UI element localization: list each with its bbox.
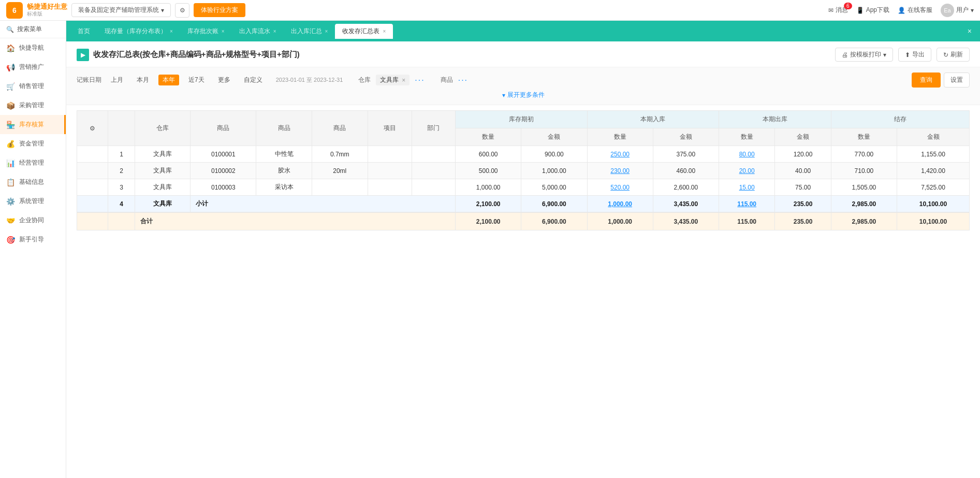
- table-out-group-header: 本期出库: [719, 111, 831, 128]
- sidebar-item-system[interactable]: ⚙️ 系统管理: [0, 192, 66, 211]
- warehouse-more-button[interactable]: ···: [415, 76, 425, 85]
- app-logo: 6: [6, 2, 23, 19]
- sidebar-item-purchase[interactable]: 📦 采购管理: [0, 96, 66, 115]
- sidebar-item-basic[interactable]: 📋 基础信息: [0, 172, 66, 192]
- tab-batch-account-close[interactable]: ×: [222, 28, 225, 34]
- row-out-qty-cell[interactable]: 20.00: [719, 163, 774, 179]
- sidebar-item-quick-nav[interactable]: 🏠 快捷导航: [0, 38, 66, 57]
- tab-in-out-summary[interactable]: 出入库汇总 ×: [284, 24, 335, 39]
- sidebar-item-finance[interactable]: 💰 资金管理: [0, 134, 66, 153]
- page-title: 收发存汇总表(按仓库+商品编码+商品+规格型号+项目+部门): [93, 50, 300, 60]
- tab-inventory-dist-close[interactable]: ×: [170, 28, 173, 34]
- row-end-amount-cell: 7,525.00: [897, 179, 970, 196]
- row-goods-code-cell: 0100002: [191, 163, 256, 179]
- date-this-year-button[interactable]: 本年: [158, 75, 179, 85]
- row-end-amount-cell: 1,155.00: [897, 146, 970, 163]
- row-in-qty-cell[interactable]: 250.00: [587, 146, 653, 163]
- subtotal-open-amount-cell: 6,900.00: [521, 196, 587, 213]
- app-download-button[interactable]: 📱 App下载: [856, 6, 889, 15]
- search-icon: 🔍: [6, 26, 14, 33]
- download-icon: 📱: [856, 7, 864, 14]
- table-open-group-header: 库存期初: [456, 111, 587, 128]
- date-custom-button[interactable]: 自定义: [240, 75, 267, 85]
- user-button[interactable]: Ea 用户 ▾: [941, 4, 974, 17]
- message-button[interactable]: ✉ 消息 6: [828, 6, 848, 15]
- row-in-qty-cell[interactable]: 520.00: [587, 179, 653, 196]
- row-warehouse-cell: 文具库: [135, 146, 191, 163]
- sidebar-item-label: 库存核算: [19, 120, 44, 129]
- date-this-month-button[interactable]: 本月: [133, 75, 153, 85]
- basic-icon: 📋: [6, 178, 15, 186]
- inventory-icon: 🏪: [6, 121, 15, 129]
- total-out-amount-cell: 235.00: [775, 212, 831, 230]
- subtotal-in-qty-cell[interactable]: 1,000.00: [587, 196, 653, 213]
- tab-receive-send-summary[interactable]: 收发存汇总表 ×: [335, 24, 393, 39]
- sidebar-item-inventory[interactable]: 🏪 库存核算: [0, 115, 66, 134]
- user-arrow-icon: ▾: [971, 7, 974, 14]
- refresh-label: 刷新: [950, 50, 963, 59]
- total-open-amount-cell: 6,900.00: [521, 212, 587, 230]
- tab-in-out-flow-close[interactable]: ×: [273, 28, 276, 34]
- expand-toggle-button[interactable]: ▶: [77, 49, 89, 61]
- tab-batch-account[interactable]: 库存批次账 ×: [180, 24, 232, 39]
- table-open-qty-header: 数量: [456, 128, 521, 146]
- row-open-amount-cell: 1,000.00: [521, 163, 587, 179]
- print-icon: 🖨: [842, 51, 848, 59]
- export-button[interactable]: ⬆ 导出: [898, 48, 931, 62]
- tab-bar-close-icon[interactable]: ×: [963, 27, 976, 35]
- experience-button[interactable]: 体验行业方案: [194, 3, 245, 17]
- row-out-qty-cell[interactable]: 80.00: [719, 146, 774, 163]
- subtotal-out-qty-cell[interactable]: 115.00: [719, 196, 774, 213]
- search-menu-item[interactable]: 🔍 搜索菜单: [0, 21, 66, 38]
- avatar-initials: Ea: [944, 7, 950, 13]
- sidebar-item-label: 快捷导航: [19, 44, 44, 52]
- total-in-qty-cell: 1,000.00: [587, 212, 653, 230]
- row-end-qty-cell: 1,505.00: [831, 179, 897, 196]
- expand-more-conditions-button[interactable]: ▾ 展开更多条件: [502, 91, 545, 99]
- sidebar-item-enterprise[interactable]: 🤝 企业协同: [0, 211, 66, 230]
- row-warehouse-cell: 文具库: [135, 179, 191, 196]
- online-service-label: 在线客服: [908, 6, 932, 15]
- table-settings-header[interactable]: ⚙: [77, 111, 108, 146]
- refresh-button[interactable]: ↻ 刷新: [937, 48, 970, 62]
- export-label: 导出: [912, 50, 925, 59]
- sidebar-item-operations[interactable]: 📊 经营管理: [0, 153, 66, 172]
- row-goods-spec-cell: [312, 179, 368, 196]
- date-last-month-button[interactable]: 上月: [107, 75, 127, 85]
- date-7days-button[interactable]: 近7天: [184, 75, 209, 85]
- table-in-qty-header: 数量: [587, 128, 653, 146]
- tab-in-out-summary-close[interactable]: ×: [325, 28, 328, 34]
- date-more-button[interactable]: 更多: [214, 75, 235, 85]
- refresh-icon: ↻: [943, 51, 948, 59]
- sidebar-item-marketing[interactable]: 📢 营销推广: [0, 57, 66, 77]
- tab-in-out-flow[interactable]: 出入库流水 ×: [232, 24, 284, 39]
- row-in-qty-cell[interactable]: 230.00: [587, 163, 653, 179]
- goods-more-button[interactable]: ···: [458, 76, 468, 85]
- expand-icon: ▾: [502, 92, 505, 99]
- subtotal-end-amount-cell: 10,100.00: [897, 196, 970, 213]
- table-goods-code-header: 商品: [191, 111, 256, 146]
- warehouse-tag-close[interactable]: ×: [402, 77, 405, 84]
- row-goods-code-cell: 0100003: [191, 179, 256, 196]
- sidebar-item-label: 系统管理: [19, 197, 44, 206]
- query-button[interactable]: 查询: [912, 73, 941, 88]
- filter-settings-button[interactable]: 设置: [944, 73, 970, 88]
- online-service-button[interactable]: 👤 在线客服: [898, 6, 932, 15]
- row-goods-spec-cell: 20ml: [312, 163, 368, 179]
- settings-gear-button[interactable]: ⚙: [175, 3, 189, 18]
- tab-inventory-dist[interactable]: 现存量（库存分布表） ×: [97, 24, 180, 39]
- app-download-label: App下载: [866, 6, 889, 15]
- tab-home[interactable]: 首页: [70, 24, 97, 39]
- date-filter-label: 记账日期: [77, 76, 101, 84]
- row-department-cell: [412, 179, 456, 196]
- sidebar-item-sales[interactable]: 🛒 销售管理: [0, 77, 66, 96]
- table-goods-spec-header: 商品: [312, 111, 368, 146]
- subtotal-out-amount-cell: 235.00: [775, 196, 831, 213]
- row-end-qty-cell: 710.00: [831, 163, 897, 179]
- system-dropdown[interactable]: 装备及固定资产辅助管理系统 ▾: [71, 3, 171, 17]
- sidebar-item-guide[interactable]: 🎯 新手引导: [0, 230, 66, 249]
- tab-receive-send-summary-close[interactable]: ×: [383, 28, 386, 34]
- row-out-qty-cell[interactable]: 15.00: [719, 179, 774, 196]
- print-button[interactable]: 🖨 按模板打印 ▾: [835, 48, 893, 62]
- row-in-amount-cell: 375.00: [653, 146, 719, 163]
